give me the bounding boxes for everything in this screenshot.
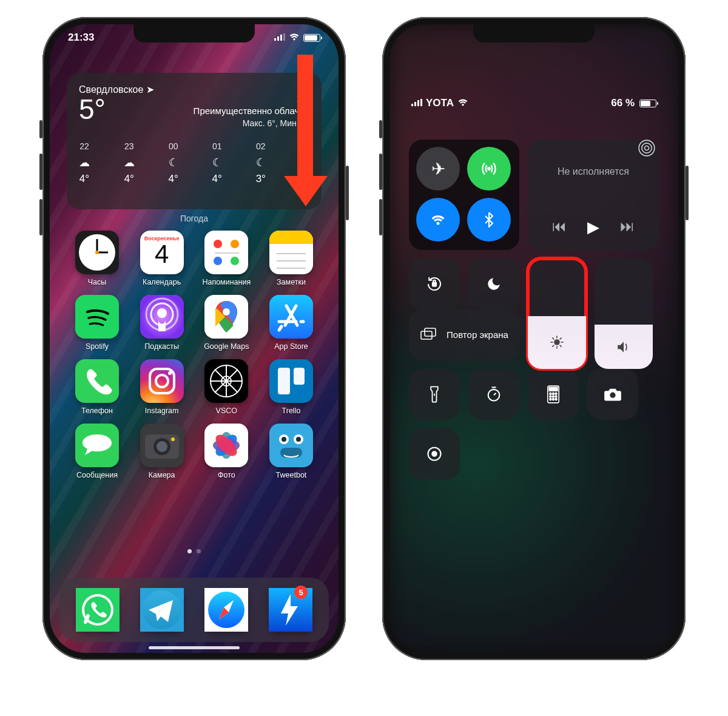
svg-point-117 xyxy=(553,399,554,400)
app-reminders[interactable]: Напоминания xyxy=(196,231,257,286)
volume-slider[interactable] xyxy=(595,258,653,369)
svg-point-111 xyxy=(553,393,554,394)
cc-status-bar: YOTA 66 % xyxy=(389,97,678,109)
hourly-col: 02☾3° xyxy=(256,141,266,185)
weather-current-temp: 5° xyxy=(79,93,154,126)
app-camera[interactable]: Камера xyxy=(132,424,192,479)
iphone-frame-home: 21:33 Свердловское ➤ 5° xyxy=(42,17,346,660)
svg-rect-1 xyxy=(277,36,279,41)
airplay-audio-icon[interactable] xyxy=(638,140,655,159)
svg-point-118 xyxy=(555,399,557,400)
svg-rect-38 xyxy=(140,359,184,403)
svg-point-113 xyxy=(550,396,551,397)
dock-app-spark[interactable]: 5 xyxy=(269,588,312,632)
cellular-toggle[interactable] xyxy=(467,147,511,191)
svg-rect-14 xyxy=(215,252,239,254)
svg-point-11 xyxy=(231,240,239,248)
carrier-label: YOTA xyxy=(426,97,454,109)
svg-point-119 xyxy=(610,393,615,398)
weather-widget[interactable]: Свердловское ➤ 5° ☁ Преимущественно обла… xyxy=(67,73,322,209)
connectivity-module: ✈ xyxy=(409,140,519,250)
svg-rect-36 xyxy=(75,359,119,403)
svg-point-41 xyxy=(168,371,172,375)
svg-rect-84 xyxy=(411,104,413,106)
app-messages[interactable]: Сообщения xyxy=(67,424,127,479)
svg-point-114 xyxy=(553,396,554,397)
home-indicator[interactable] xyxy=(149,646,240,649)
location-icon: ➤ xyxy=(146,84,154,95)
app-tweetbot[interactable]: Tweetbot xyxy=(261,424,322,479)
svg-point-88 xyxy=(645,146,649,150)
svg-line-35 xyxy=(279,326,281,330)
badge: 5 xyxy=(294,586,308,599)
svg-rect-92 xyxy=(433,283,436,286)
weather-condition: Преимущественно облачно xyxy=(194,106,309,116)
svg-point-93 xyxy=(554,340,559,345)
app-podcasts[interactable]: Подкасты xyxy=(132,295,192,351)
svg-line-100 xyxy=(553,345,554,346)
flashlight-button[interactable] xyxy=(409,369,460,420)
app-clock[interactable]: Часы xyxy=(67,231,127,286)
svg-point-13 xyxy=(231,257,239,265)
svg-line-106 xyxy=(494,393,496,396)
svg-rect-50 xyxy=(278,368,290,394)
svg-rect-109 xyxy=(549,387,558,391)
orientation-lock-toggle[interactable] xyxy=(409,258,460,309)
app-instagram[interactable]: Instagram xyxy=(132,359,192,415)
bluetooth-toggle[interactable] xyxy=(467,198,511,241)
battery-percent: 66 % xyxy=(611,97,635,109)
widget-caption: Погода xyxy=(50,214,339,223)
cloud-icon: ☁ xyxy=(194,90,309,106)
app-gmaps[interactable]: Google Maps xyxy=(196,295,257,351)
app-spotify[interactable]: Spotify xyxy=(67,295,127,351)
dock-app-whatsapp[interactable] xyxy=(76,588,120,632)
dock-app-telegram[interactable] xyxy=(140,588,184,632)
app-trello[interactable]: Trello xyxy=(261,359,322,415)
svg-rect-85 xyxy=(414,102,416,106)
wifi-toggle[interactable] xyxy=(416,198,460,241)
do-not-disturb-toggle[interactable] xyxy=(468,258,519,309)
airplane-toggle[interactable]: ✈ xyxy=(416,147,460,191)
hourly-col: 23☁4° xyxy=(124,141,135,185)
dock-app-safari[interactable] xyxy=(204,588,248,632)
app-photos[interactable]: Фото xyxy=(196,424,257,479)
svg-point-8 xyxy=(95,251,99,254)
brightness-slider[interactable] xyxy=(528,258,586,369)
hourly-col: 03☾4° xyxy=(300,141,309,185)
rectangles-icon xyxy=(420,327,438,343)
page-dots[interactable] xyxy=(50,545,339,556)
svg-point-121 xyxy=(432,451,436,456)
app-appstore[interactable]: App Store xyxy=(261,295,322,351)
media-next-icon[interactable]: ⏭ xyxy=(620,218,635,237)
svg-point-24 xyxy=(157,308,167,318)
calculator-button[interactable] xyxy=(528,369,579,420)
svg-rect-16 xyxy=(269,231,313,244)
dock: 5 xyxy=(59,578,329,642)
svg-rect-72 xyxy=(280,448,302,458)
app-vsco[interactable]: VSCO xyxy=(196,359,257,415)
svg-point-71 xyxy=(296,437,301,442)
iphone-frame-control-center: YOTA 66 % ✈ xyxy=(382,17,686,660)
app-notes[interactable]: Заметки xyxy=(261,231,322,286)
app-phone[interactable]: Телефон xyxy=(67,359,127,415)
svg-point-110 xyxy=(550,393,551,394)
svg-point-10 xyxy=(214,240,222,248)
wifi-icon xyxy=(289,32,300,44)
svg-rect-102 xyxy=(421,331,432,339)
svg-rect-2 xyxy=(280,35,282,41)
camera-button[interactable] xyxy=(587,369,638,420)
svg-rect-67 xyxy=(269,424,313,467)
timer-button[interactable] xyxy=(468,369,519,420)
screen-mirroring-button[interactable]: Повтор экрана xyxy=(409,309,519,360)
control-center-screen: YOTA 66 % ✈ xyxy=(389,24,678,653)
media-prev-icon[interactable]: ⏮ xyxy=(552,218,567,237)
screen-record-button[interactable] xyxy=(409,428,460,479)
svg-point-89 xyxy=(642,143,652,153)
cellular-icon xyxy=(274,32,285,44)
hourly-col: 00☾4° xyxy=(169,141,178,185)
media-play-icon[interactable]: ▶ xyxy=(587,218,599,237)
wifi-icon xyxy=(457,97,468,109)
hourly-col: 22☁4° xyxy=(79,141,90,185)
app-calendar[interactable]: Воскресенье4Календарь xyxy=(132,231,192,286)
hourly-col: 01☾4° xyxy=(212,141,222,185)
